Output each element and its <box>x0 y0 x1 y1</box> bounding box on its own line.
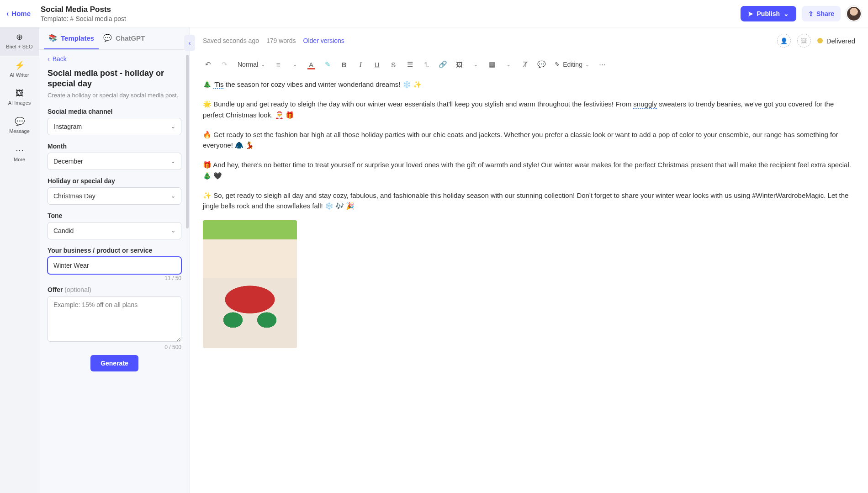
chevron-down-icon[interactable]: ⌄ <box>288 58 302 71</box>
tone-select-wrap: Candid <box>48 222 181 239</box>
add-user-icon[interactable]: 👤 <box>777 34 791 48</box>
spellcheck-underline: snuggly <box>633 100 657 109</box>
templates-icon: 📚 <box>48 34 57 42</box>
text: 🎄 <box>203 80 213 88</box>
send-icon: ➤ <box>748 10 753 17</box>
add-image-icon[interactable]: 🖼 <box>797 34 811 48</box>
word-count: 179 words <box>266 37 296 44</box>
sidebar-item-message[interactable]: 💬 Message <box>0 112 39 140</box>
offer-char-count: 0 / 500 <box>48 344 181 350</box>
bolt-icon: ⚡ <box>15 60 25 70</box>
chevron-left-icon: ‹ <box>48 55 50 63</box>
offer-optional: (optional) <box>64 286 91 293</box>
pencil-icon: ✎ <box>555 61 560 68</box>
month-label: Month <box>48 143 181 150</box>
sidebar-item-brief-seo[interactable]: ⊕ Brief + SEO <box>0 27 39 56</box>
tone-select[interactable]: Candid <box>48 222 181 239</box>
editing-mode-dropdown[interactable]: ✎ Editing ⌄ <box>551 59 593 70</box>
paragraph[interactable]: 🌟 Bundle up and get ready to sleigh the … <box>203 99 855 120</box>
chevron-down-icon[interactable]: ⌄ <box>502 58 515 71</box>
strikethrough-button[interactable]: S <box>386 58 400 71</box>
page-title: Social Media Posts <box>41 5 126 14</box>
offer-textarea[interactable] <box>48 296 181 342</box>
sidebar-item-label: AI Writer <box>10 72 29 78</box>
more-icon: ⋯ <box>16 145 24 155</box>
bullet-list-button[interactable]: ☰ <box>403 58 417 71</box>
holiday-select-wrap: Christmas Day <box>48 187 181 205</box>
business-input[interactable] <box>48 257 181 274</box>
paragraph[interactable]: ✨ So, get ready to sleigh all day and st… <box>203 190 855 212</box>
status-badge[interactable]: Delivered <box>817 37 855 45</box>
image-button[interactable]: 🖼 <box>452 58 466 71</box>
chat-icon: 💬 <box>15 117 25 127</box>
bold-button[interactable]: B <box>337 58 351 71</box>
sidebar-item-more[interactable]: ⋯ More <box>0 140 39 169</box>
icon-sidebar: ⊕ Brief + SEO ⚡ AI Writer 🖼 AI Images 💬 … <box>0 0 39 493</box>
sidebar-item-label: AI Images <box>8 100 31 106</box>
clear-format-button[interactable]: Ⱦ <box>518 58 532 71</box>
chevron-down-icon[interactable]: ⌄ <box>469 58 482 71</box>
share-label: Share <box>816 10 834 17</box>
more-button[interactable]: ⋯ <box>596 58 609 71</box>
sidebar-item-label: More <box>14 157 25 162</box>
target-icon: ⊕ <box>16 32 23 42</box>
highlight-button[interactable]: ✎ <box>321 58 334 71</box>
paragraph[interactable]: 🎁 And hey, there's no better time to tre… <box>203 159 855 181</box>
template-name: Social media post <box>75 15 126 22</box>
chevron-down-icon: ⌄ <box>585 62 589 68</box>
sidebar-item-ai-writer[interactable]: ⚡ AI Writer <box>0 56 39 84</box>
holiday-select[interactable]: Christmas Day <box>48 187 181 205</box>
template-panel: ‹ 📚 Templates 💬 ChatGPT ‹ Back Social me… <box>39 0 190 493</box>
business-char-count: 11 / 50 <box>48 275 181 281</box>
publish-button[interactable]: ➤ Publish ⌄ <box>741 6 797 21</box>
month-select-wrap: December <box>48 153 181 170</box>
generate-button[interactable]: Generate <box>90 355 138 371</box>
publish-label: Publish <box>757 10 780 17</box>
paragraph[interactable]: 🔥 Get ready to set the fashion bar high … <box>203 129 855 151</box>
business-label: Your business / product or service <box>48 247 181 254</box>
content-image[interactable] <box>203 220 297 348</box>
link-button[interactable]: 🔗 <box>436 58 450 71</box>
collapse-panel-button[interactable]: ‹ <box>184 35 195 51</box>
scrollbar[interactable] <box>186 55 189 228</box>
table-button[interactable]: ▦ <box>485 58 499 71</box>
image-icon: 🖼 <box>16 89 24 98</box>
home-label: Home <box>11 10 31 17</box>
back-link[interactable]: ‹ Back <box>48 55 181 63</box>
italic-button[interactable]: I <box>354 58 367 71</box>
panel-desc: Create a holiday or special day social m… <box>48 91 181 100</box>
share-button[interactable]: ⇪ Share <box>802 6 841 21</box>
tab-label: ChatGPT <box>116 34 145 42</box>
sidebar-item-ai-images[interactable]: 🖼 AI Images <box>0 84 39 112</box>
status-label: Delivered <box>826 37 855 45</box>
redo-button[interactable]: ↷ <box>217 58 231 71</box>
editor-content[interactable]: 🎄 'Tis the season for cozy vibes and win… <box>190 79 868 493</box>
numbered-list-button[interactable]: ⒈ <box>419 58 433 71</box>
spellcheck-underline: 'Tis <box>213 80 223 89</box>
older-versions-link[interactable]: Older versions <box>303 37 344 44</box>
align-button[interactable]: ≡ <box>271 58 285 71</box>
format-label: Normal <box>238 61 258 68</box>
avatar[interactable] <box>846 6 862 21</box>
undo-button[interactable]: ↶ <box>201 58 215 71</box>
month-select[interactable]: December <box>48 153 181 170</box>
tab-label: Templates <box>61 34 94 42</box>
paragraph[interactable]: 🎄 'Tis the season for cozy vibes and win… <box>203 79 855 90</box>
sidebar-item-label: Brief + SEO <box>6 44 32 49</box>
format-dropdown[interactable]: Normal ⌄ <box>234 59 269 70</box>
chevron-left-icon: ‹ <box>6 10 9 18</box>
saved-status: Saved seconds ago <box>203 37 259 44</box>
tone-label: Tone <box>48 212 181 219</box>
text-color-button[interactable]: A <box>304 58 318 71</box>
tab-chatgpt[interactable]: 💬 ChatGPT <box>99 27 149 49</box>
channel-select[interactable]: Instagram <box>48 118 181 135</box>
comment-button[interactable]: 💬 <box>535 58 548 71</box>
underline-button[interactable]: U <box>370 58 384 71</box>
header-right: ➤ Publish ⌄ ⇪ Share <box>741 6 862 21</box>
chevron-down-icon: ⌄ <box>783 10 789 17</box>
tab-templates[interactable]: 📚 Templates <box>44 27 99 49</box>
top-header: ‹ Home Social Media Posts Template: #Soc… <box>0 0 868 27</box>
home-link[interactable]: ‹ Home <box>6 10 31 18</box>
offer-label-text: Offer <box>48 286 63 293</box>
holiday-label: Holiday or special day <box>48 177 181 185</box>
